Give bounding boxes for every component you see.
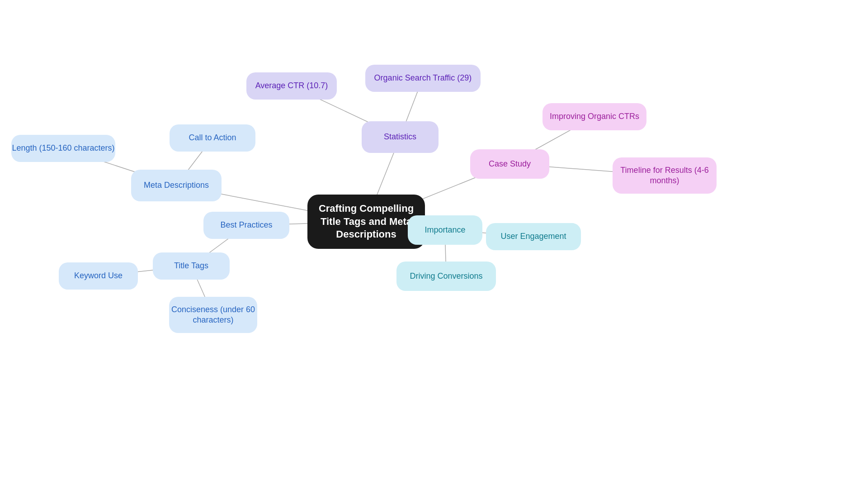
organic-traffic-node[interactable]: Organic Search Traffic (29) (365, 65, 481, 92)
meta-descriptions-node[interactable]: Meta Descriptions (131, 170, 222, 201)
length-label: Length (150-160 characters) (12, 143, 114, 153)
organic-traffic-label: Organic Search Traffic (29) (374, 73, 472, 83)
case-study-node[interactable]: Case Study (470, 149, 549, 179)
center-node[interactable]: Crafting Compelling Title Tags and Meta … (307, 195, 425, 249)
improving-ctrs-node[interactable]: Improving Organic CTRs (542, 103, 646, 130)
best-practices-node[interactable]: Best Practices (203, 212, 289, 239)
title-tags-node[interactable]: Title Tags (153, 252, 230, 280)
conciseness-label: Conciseness (under 60 characters) (169, 304, 257, 326)
case-study-label: Case Study (489, 159, 531, 169)
importance-label: Importance (425, 225, 465, 235)
improving-ctrs-label: Improving Organic CTRs (550, 111, 639, 122)
keyword-use-label: Keyword Use (74, 271, 123, 281)
best-practices-label: Best Practices (220, 220, 272, 230)
call-to-action-node[interactable]: Call to Action (170, 124, 255, 152)
avg-ctr-node[interactable]: Average CTR (10.7) (246, 72, 337, 100)
user-engagement-node[interactable]: User Engagement (486, 223, 581, 250)
statistics-label: Statistics (384, 132, 416, 142)
timeline-node[interactable]: Timeline for Results (4-6 months) (613, 157, 717, 194)
avg-ctr-label: Average CTR (10.7) (255, 81, 328, 91)
statistics-node[interactable]: Statistics (362, 121, 439, 153)
call-to-action-label: Call to Action (189, 133, 236, 143)
importance-node[interactable]: Importance (408, 215, 482, 245)
driving-conversions-label: Driving Conversions (410, 271, 482, 281)
length-node[interactable]: Length (150-160 characters) (11, 135, 115, 162)
user-engagement-label: User Engagement (500, 231, 566, 242)
keyword-use-node[interactable]: Keyword Use (59, 262, 138, 290)
driving-conversions-node[interactable]: Driving Conversions (396, 262, 496, 291)
center-node-label: Crafting Compelling Title Tags and Meta … (307, 202, 425, 241)
meta-descriptions-label: Meta Descriptions (144, 180, 209, 190)
timeline-label: Timeline for Results (4-6 months) (613, 165, 717, 186)
title-tags-label: Title Tags (174, 261, 208, 271)
conciseness-node[interactable]: Conciseness (under 60 characters) (169, 297, 257, 333)
